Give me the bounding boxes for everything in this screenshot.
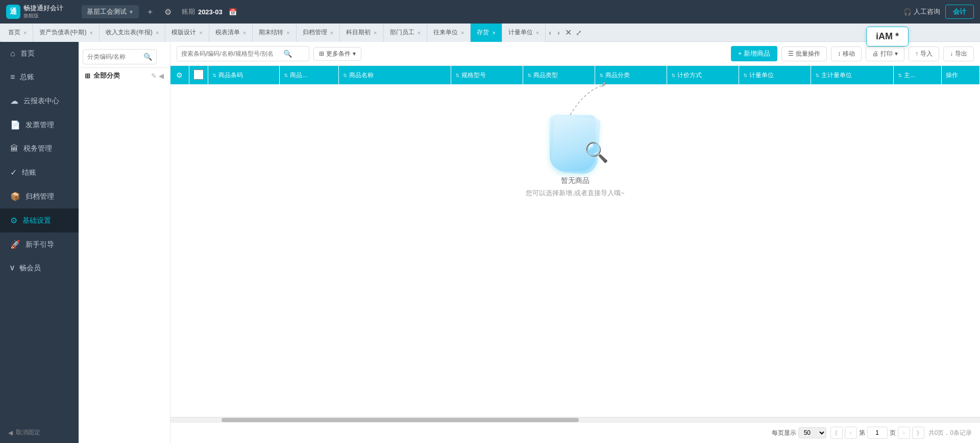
sidebar-item-ledger-label: 总账 [20,73,34,82]
category-search-input[interactable] [87,53,143,60]
chevron-down-icon: ▾ [353,50,356,57]
select-all-checkbox[interactable] [193,69,204,80]
sidebar-item-member[interactable]: V 畅会员 [0,257,79,280]
tab-next-button[interactable]: › [554,27,563,39]
first-page-button[interactable]: ⟪ [830,427,843,439]
col-pricing[interactable]: ⇅计价方式 [667,66,739,84]
scrollbar-thumb[interactable] [222,418,579,422]
company-selector[interactable]: 基层工会测试 ▼ [82,5,139,18]
table-gear-icon[interactable]: ⚙ [176,71,183,79]
sort-icon-type: ⇅ [527,73,531,78]
move-button[interactable]: ↕ 移动 [831,46,862,61]
add-tab-button[interactable]: ＋ [143,5,157,19]
col-main-unit[interactable]: ⇅主计量单位 [811,66,894,84]
iam-badge[interactable]: iAM * [866,27,909,46]
batch-icon: ☰ [788,50,794,57]
export-button[interactable]: ↓ 导出 [943,46,974,61]
empty-arrow-svg [565,79,626,120]
tab-balance-sheet-close[interactable]: × [89,30,92,36]
col-check[interactable] [189,66,208,84]
sidebar-item-archive[interactable]: 📦 归档管理 [0,184,79,208]
tab-income[interactable]: 收入支出表(年报) × [100,24,165,42]
invoice-icon: 📄 [10,120,20,130]
tab-close-all-button[interactable]: ✕ [563,26,574,39]
tab-archive[interactable]: 归档管理 × [297,24,340,42]
print-arrow-icon: ▾ [895,50,898,57]
calendar-icon[interactable]: 📅 [226,6,240,18]
col-name-label: 商品名称 [349,71,374,80]
sidebar-item-tax[interactable]: 🏛 税务管理 [0,137,79,160]
import-button[interactable]: ↑ 导入 [909,46,939,61]
tab-archive-close[interactable]: × [330,30,333,36]
tab-unit-close[interactable]: × [536,30,539,36]
cloud-icon: ☁ [10,96,18,106]
tab-inventory-close[interactable]: × [492,30,495,36]
product-search-button[interactable]: 🔍 [283,50,292,58]
settings-gear-button[interactable]: ⚙ [161,5,175,19]
sidebar-item-guide[interactable]: 🚀 新手引导 [0,232,79,257]
sidebar-item-cloud-reports[interactable]: ☁ 云报表中心 [0,89,79,113]
all-category-header[interactable]: ⊞ 全部分类 ✎ ◀ [79,68,170,83]
page-number-input[interactable] [867,427,888,439]
period-value: 2023-03 [198,8,223,16]
tab-dept[interactable]: 部门员工 × [384,24,427,42]
sidebar-item-basic-settings[interactable]: ⚙ 基础设置 [0,208,79,232]
col-settings[interactable]: ⚙ [170,66,189,84]
top-search-row: 🔍 ⊞ 更多条件 ▾ + 新增商品 ☰ 批量操作 ↕ [170,42,980,66]
more-filter-button[interactable]: ⊞ 更多条件 ▾ [313,47,361,61]
col-barcode[interactable]: ⇅商品条码 [208,66,280,84]
tab-unit[interactable]: 计量单位 × [502,24,546,42]
tab-dept-close[interactable]: × [418,30,421,36]
product-search-input[interactable] [181,50,283,57]
new-product-button[interactable]: + 新增商品 [731,46,777,61]
tab-period[interactable]: 期末结转 × [253,24,296,42]
col-code[interactable]: ⇅商品... [280,66,338,84]
sidebar-item-home[interactable]: ⌂ 首页 [0,42,79,65]
more-filter-label: 更多条件 [326,50,351,58]
tab-home-close[interactable]: × [23,30,27,36]
col-unit[interactable]: ⇅计量单位 [739,66,811,84]
unpin-button[interactable]: ◀ 取消固定 [0,422,79,443]
prev-page-button[interactable]: ‹ [845,427,857,439]
sidebar-item-invoice[interactable]: 📄 发票管理 [0,113,79,137]
import-label: 导入 [920,50,933,58]
tab-inventory[interactable]: 存货 × [471,24,502,42]
tab-tax-close[interactable]: × [243,30,246,36]
tab-tax[interactable]: 税表清单 × [209,24,253,42]
per-page-select[interactable]: 50 100 200 [798,427,826,438]
last-page-button[interactable]: ⟫ [912,427,924,439]
tab-income-close[interactable]: × [156,30,159,36]
help-button[interactable]: 🎧 人工咨询 [903,7,940,16]
col-spec[interactable]: ⇅规格型号 [451,66,523,84]
category-search-button[interactable]: 🔍 [143,53,152,61]
tab-balance-sheet[interactable]: 资产负债表(中期) × [33,24,99,42]
move-icon: ↕ [838,50,841,57]
horizontal-scrollbar[interactable] [170,417,980,422]
tab-expand-button[interactable]: ⤢ [574,27,584,39]
tab-subject[interactable]: 科目期初 × [340,24,383,42]
col-main-extra[interactable]: ⇅主... [894,66,941,84]
tab-subject-close[interactable]: × [374,30,377,36]
dropdown-arrow-icon: ▼ [129,9,134,15]
sidebar-item-checkout[interactable]: ✓ 结账 [0,160,79,184]
print-button[interactable]: 🖨 打印 ▾ [866,46,904,61]
sidebar-item-ledger[interactable]: ≡ 总账 [0,65,79,89]
tab-contacts-close[interactable]: × [461,30,464,36]
tab-period-close[interactable]: × [286,30,289,36]
tab-template[interactable]: 模版设计 × [165,24,209,42]
tab-contacts[interactable]: 往来单位 × [427,24,471,42]
col-name[interactable]: ⇅商品名称 [338,66,451,84]
next-page-button[interactable]: › [898,427,910,439]
edit-category-button[interactable]: ✎ [151,72,157,80]
tab-prev-button[interactable]: ‹ [546,27,554,39]
tab-home[interactable]: 首页 × [2,24,33,42]
tab-bar: 首页 × 资产负债表(中期) × 收入支出表(年报) × 模版设计 × 税表清单… [0,24,980,42]
batch-operation-button[interactable]: ☰ 批量操作 [781,46,827,61]
app-name: 畅捷通好会计 [23,4,63,12]
app-edition: 旗舰版 [23,12,63,19]
tab-template-close[interactable]: × [199,30,202,36]
account-button[interactable]: 会计 [945,5,974,19]
col-main-unit-label: 主计量单位 [821,71,852,80]
collapse-panel-button[interactable]: ◀ [159,72,164,80]
logo-area: 通 畅捷通好会计 旗舰版 [6,4,78,19]
